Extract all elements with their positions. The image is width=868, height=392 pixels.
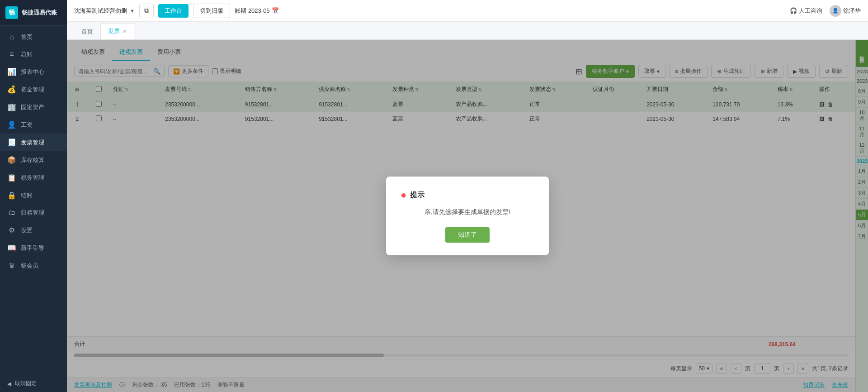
sidebar-item-guide[interactable]: 📖新手引导: [0, 239, 67, 257]
sidebar-item-label: 总账: [21, 50, 33, 58]
nav-icon: 📖: [7, 244, 16, 252]
avatar: 👤: [830, 5, 841, 17]
service-label: 人工咨询: [799, 7, 822, 15]
sidebar-item-label: 新手引导: [21, 244, 44, 252]
nav-icon: 🗂: [7, 209, 16, 217]
sidebar-item-reports[interactable]: 📊报表中心: [0, 63, 67, 81]
sidebar-item-capital[interactable]: 💰资金管理: [0, 81, 67, 98]
nav-icon: 📊: [7, 67, 16, 76]
sidebar-item-label: 资金管理: [21, 86, 44, 94]
sidebar-item-salary[interactable]: 👤工资: [0, 116, 67, 134]
tabs-bar: 首页 发票 ✕: [67, 22, 868, 40]
sidebar-logo[interactable]: 畅 畅捷通易代账: [0, 0, 67, 26]
period-label: 账期: [235, 7, 246, 15]
modal-title: 提示: [410, 191, 425, 200]
user-name: 徐泽华: [843, 7, 861, 15]
workspace-button[interactable]: 工作台: [158, 4, 189, 18]
sidebar-item-label: 税务管理: [21, 174, 44, 182]
sidebar-item-inventory[interactable]: 📦库存核算: [0, 151, 67, 169]
tab-home[interactable]: 首页: [74, 24, 100, 39]
tab-invoice[interactable]: 发票 ✕: [100, 23, 134, 39]
sidebar-item-label: 畅会员: [21, 262, 38, 270]
nav-icon: 📦: [7, 156, 16, 164]
nav-icon: 👤: [7, 120, 16, 129]
nav-icon: 🧾: [7, 138, 16, 147]
sidebar-item-assets[interactable]: 🏢固定资产: [0, 98, 67, 116]
sidebar-item-label: 结账: [21, 191, 33, 200]
nav-icon: 🔒: [7, 191, 16, 200]
sidebar-item-label: 发票管理: [21, 139, 44, 147]
content-main: 销项发票 进项发票 费用小票 🔍 🔽 更: [67, 40, 855, 392]
sidebar-bottom-btn[interactable]: ◀ 取消固定: [0, 375, 67, 392]
warning-icon: ●: [401, 189, 406, 201]
nav-icon: ⌂: [7, 33, 16, 41]
sidebar-item-archive[interactable]: 🗂归档管理: [0, 204, 67, 221]
pin-icon: ◀: [7, 381, 11, 387]
sidebar-item-member[interactable]: ♛畅会员: [0, 257, 67, 274]
main-area: 沈海英测试经营勿删 ▼ ⧉ 工作台 切到旧版 账期 2023-05 📅 🎧 人工…: [67, 0, 868, 392]
sidebar-bottom-label: 取消固定: [15, 380, 37, 387]
nav-icon: 📋: [7, 173, 16, 182]
modal-message: 亲,请先选择要生成单据的发票!: [425, 208, 510, 215]
sidebar-item-label: 设置: [21, 226, 33, 234]
calendar-icon[interactable]: 📅: [272, 7, 279, 14]
sidebar: 畅 畅捷通易代账 ⌂首页≡总账📊报表中心💰资金管理🏢固定资产👤工资🧾发票管理📦库…: [0, 0, 67, 392]
headset-icon: 🎧: [790, 7, 797, 14]
modal-dialog: ● 提示 亲,请先选择要生成单据的发票! 知道了: [386, 177, 549, 255]
company-name: 沈海英测试经营勿删: [74, 7, 127, 15]
user-menu[interactable]: 👤 徐泽华: [830, 5, 861, 17]
modal-footer: 知道了: [401, 227, 534, 243]
close-icon[interactable]: ✕: [123, 29, 127, 34]
content-area: 销项发票 进项发票 费用小票 🔍 🔽 更: [67, 40, 868, 392]
nav-icon: ⚙: [7, 226, 16, 234]
sidebar-logo-icon: 畅: [5, 6, 18, 19]
tab-home-label: 首页: [81, 28, 93, 36]
modal-header: ● 提示: [401, 189, 534, 201]
sidebar-item-label: 库存核算: [21, 156, 44, 164]
nav-icon: ≡: [7, 50, 16, 58]
period-display: 账期 2023-05 📅: [235, 7, 279, 15]
sidebar-item-label: 首页: [21, 33, 33, 41]
nav-icon: 🏢: [7, 103, 16, 111]
tab-invoice-label: 发票: [108, 27, 120, 35]
topbar-right: 🎧 人工咨询 👤 徐泽华: [790, 5, 861, 17]
sidebar-item-label: 工资: [21, 121, 33, 129]
sidebar-item-label: 归档管理: [21, 209, 44, 217]
chevron-down-icon: ▼: [130, 8, 135, 14]
sidebar-item-settings[interactable]: ⚙设置: [0, 221, 67, 239]
modal-confirm-button[interactable]: 知道了: [445, 227, 490, 243]
sidebar-item-label: 固定资产: [21, 103, 44, 111]
modal-overlay[interactable]: ● 提示 亲,请先选择要生成单据的发票! 知道了: [67, 40, 855, 392]
copy-icon: ⧉: [144, 7, 149, 14]
company-selector[interactable]: 沈海英测试经营勿删 ▼: [74, 7, 135, 15]
nav-icon: 💰: [7, 85, 16, 94]
sidebar-item-label: 报表中心: [21, 68, 44, 76]
switch-version-button[interactable]: 切到旧版: [193, 4, 230, 18]
sidebar-item-home[interactable]: ⌂首页: [0, 29, 67, 46]
topbar: 沈海英测试经营勿删 ▼ ⧉ 工作台 切到旧版 账期 2023-05 📅 🎧 人工…: [67, 0, 868, 22]
copy-button[interactable]: ⧉: [139, 4, 154, 18]
nav-icon: ♛: [7, 261, 16, 270]
sidebar-logo-text: 畅捷通易代账: [22, 9, 57, 17]
modal-body: 亲,请先选择要生成单据的发票!: [401, 208, 534, 216]
sidebar-item-tax[interactable]: 📋税务管理: [0, 169, 67, 186]
sidebar-nav: ⌂首页≡总账📊报表中心💰资金管理🏢固定资产👤工资🧾发票管理📦库存核算📋税务管理🔒…: [0, 26, 67, 375]
service-button[interactable]: 🎧 人工咨询: [790, 7, 822, 15]
period-value: 2023-05: [248, 7, 270, 14]
sidebar-item-ledger[interactable]: ≡总账: [0, 46, 67, 63]
sidebar-item-closing[interactable]: 🔒结账: [0, 186, 67, 204]
sidebar-item-invoice[interactable]: 🧾发票管理: [0, 134, 67, 151]
